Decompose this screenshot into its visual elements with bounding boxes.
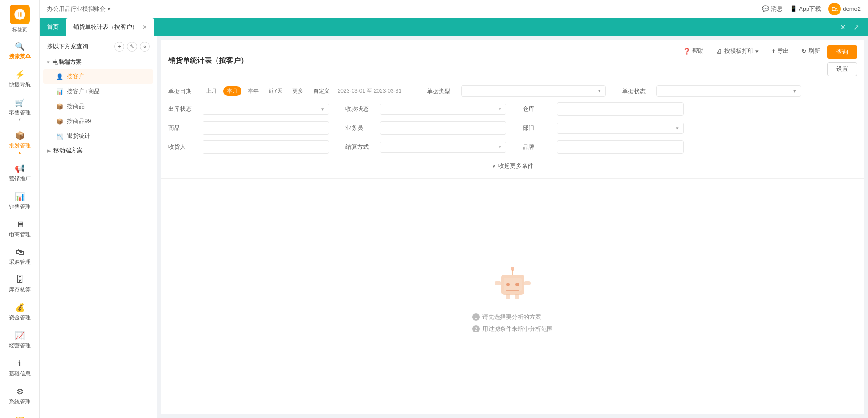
sidebar-item-inventory[interactable]: 🗄 库存核算: [0, 271, 39, 298]
mobile-scheme-section: ▶ 移动端方案: [40, 144, 157, 157]
product-label: 商品: [168, 124, 195, 132]
warehouse-select[interactable]: ···: [557, 102, 684, 116]
logo-text: 标签页: [12, 26, 27, 33]
by-product-99-icon: 📦: [56, 118, 63, 125]
scheme-item-by-product-99[interactable]: 📦 按商品99: [43, 114, 153, 128]
status-select[interactable]: ▾: [656, 86, 801, 97]
settlement-select[interactable]: ▾: [380, 142, 506, 153]
sidebar-item-marketing[interactable]: 📢 营销推广: [0, 159, 39, 187]
app-title-dropdown[interactable]: 办公用品行业模拟账套 ▾: [47, 5, 111, 13]
empty-tip-2-text: 用过滤条件来缩小分析范围: [482, 323, 553, 335]
sidebar-item-wholesale[interactable]: 📦 批发管理 ▴: [0, 126, 39, 159]
scheme-item-by-product[interactable]: 📦 按商品: [43, 99, 153, 114]
type-label: 单据类型: [427, 87, 454, 95]
out-status-chevron-icon: ▾: [321, 106, 324, 112]
by-customer-label: 按客户: [67, 72, 85, 81]
sidebar-item-purchase-label: 采购管理: [9, 258, 31, 266]
tab-close-icon[interactable]: ✕: [142, 24, 147, 30]
return-stats-label: 退货统计: [67, 132, 90, 140]
salesman-select[interactable]: ···: [380, 121, 506, 135]
scheme-title: 按以下方案查询: [47, 43, 88, 51]
scheme-item-by-customer[interactable]: 👤 按客户: [43, 69, 153, 84]
dept-select[interactable]: ▾: [557, 123, 684, 134]
settlement-chevron-icon: ▾: [499, 144, 501, 150]
type-select[interactable]: ▾: [461, 86, 606, 97]
recipient-label: 收货人: [168, 143, 195, 151]
empty-illustration: [490, 259, 535, 304]
scheme-panel: 按以下方案查询 + ✎ « ▾ 电脑端方案: [40, 36, 157, 418]
tabbar: 首页 销货单统计表（按客户） ✕ ✕ ⤢: [40, 18, 868, 36]
sidebar-item-purchase[interactable]: 🛍 采购管理: [0, 243, 39, 271]
avatar-text: Ea: [832, 6, 838, 12]
out-status-label: 出库状态: [168, 105, 195, 113]
brand-label: 品牌: [523, 143, 550, 151]
date-btn-this-year[interactable]: 本年: [244, 86, 262, 96]
out-status-select[interactable]: ▾: [203, 104, 329, 115]
collapse-filter-btn[interactable]: ∧ 收起更多条件: [168, 159, 857, 173]
dept-chevron-icon: ▾: [676, 125, 679, 131]
scheme-collapse-btn[interactable]: «: [140, 42, 150, 52]
refresh-btn[interactable]: ↻ 刷新: [798, 45, 824, 57]
empty-tip-1: 1 请先选择要分析的方案: [472, 311, 553, 323]
main-area: 办公用品行业模拟账套 ▾ 💬 消息 📱 App下载 Ea demo2 首页: [40, 0, 868, 418]
date-btn-this-month[interactable]: 本月: [223, 86, 241, 96]
collapse-label: 收起更多条件: [498, 162, 533, 170]
template-print-btn[interactable]: 🖨 按模板打印 ▾: [713, 45, 762, 57]
svg-rect-10: [515, 294, 519, 299]
sidebar-item-operations[interactable]: 📈 经营管理: [0, 326, 39, 354]
sidebar-item-search[interactable]: 🔍 搜索菜单: [0, 37, 39, 65]
window-close-icon[interactable]: ✕: [840, 23, 846, 32]
query-button[interactable]: 查询: [827, 45, 857, 59]
export-btn[interactable]: ⬆ 导出: [768, 45, 793, 57]
window-maximize-icon[interactable]: ⤢: [853, 23, 859, 32]
message-label: 消息: [771, 5, 783, 13]
mobile-expand-icon: ▶: [47, 148, 51, 154]
sidebar-item-ecommerce-label: 电商管理: [9, 231, 31, 238]
setting-button[interactable]: 设置: [827, 62, 857, 76]
message-btn[interactable]: 💬 消息: [762, 5, 783, 13]
sidebar-item-quick-nav[interactable]: ⚡ 快捷导航: [0, 65, 39, 93]
pay-status-label: 收款状态: [345, 105, 373, 113]
tab-sales-stats[interactable]: 销货单统计表（按客户） ✕: [66, 18, 154, 36]
pay-status-select[interactable]: ▾: [380, 104, 506, 115]
date-btn-custom[interactable]: 自定义: [310, 86, 333, 96]
tab-home[interactable]: 首页: [40, 18, 66, 36]
svg-point-2: [506, 283, 510, 286]
scheme-add-btn[interactable]: +: [114, 42, 124, 52]
date-btn-last-month[interactable]: 上月: [203, 86, 221, 96]
sidebar-item-finance[interactable]: 💰 资金管理: [0, 298, 39, 326]
recipient-select[interactable]: ···: [203, 140, 329, 154]
sidebar-item-enterprise[interactable]: 🤝 企业协同: [0, 410, 39, 418]
by-product-label: 按商品: [67, 102, 85, 110]
scheme-item-by-customer-product[interactable]: 📊 按客户+商品: [43, 84, 153, 99]
sidebar-item-wholesale-label: 批发管理: [9, 142, 31, 150]
desktop-scheme-section: ▾ 电脑端方案 👤 按客户 📊 按客户+商品 📦 按商品 📦 按商品: [40, 55, 157, 143]
sidebar-item-system[interactable]: ⚙ 系统管理: [0, 382, 39, 410]
scheme-item-return-stats[interactable]: 📉 退货统计: [43, 129, 153, 143]
scheme-edit-btn[interactable]: ✎: [127, 42, 137, 52]
product-select[interactable]: ···: [203, 121, 329, 135]
scheme-header: 按以下方案查询 + ✎ «: [40, 36, 157, 55]
sidebar-item-retail[interactable]: 🛒 零售管理 ▾: [0, 93, 39, 126]
sidebar-item-operations-label: 经营管理: [9, 342, 31, 350]
mobile-scheme-header[interactable]: ▶ 移动端方案: [43, 144, 153, 157]
brand-select[interactable]: ···: [557, 140, 684, 154]
app-download-btn[interactable]: 📱 App下载: [790, 5, 821, 13]
sidebar-item-basic-info[interactable]: ℹ 基础信息: [0, 354, 39, 382]
help-btn[interactable]: ❓ 帮助: [679, 45, 708, 57]
desktop-scheme-header[interactable]: ▾ 电脑端方案: [43, 55, 153, 69]
sidebar-item-sales-mgmt[interactable]: 📊 销售管理: [0, 187, 39, 215]
filter-area: 单据日期 上月 本月 本年 近7天 更多 自定义 2023-03-01 至 20…: [161, 80, 864, 179]
sidebar-item-finance-label: 资金管理: [9, 314, 31, 322]
desktop-expand-icon: ▾: [47, 59, 50, 65]
sidebar-item-ecommerce[interactable]: 🖥 电商管理: [0, 215, 39, 243]
topbar: 办公用品行业模拟账套 ▾ 💬 消息 📱 App下载 Ea demo2: [40, 0, 868, 18]
search-icon: 🔍: [15, 42, 25, 52]
date-btn-more[interactable]: 更多: [289, 86, 307, 96]
user-profile-btn[interactable]: Ea demo2: [828, 3, 861, 15]
product-dots: ···: [316, 124, 324, 132]
date-btn-7days[interactable]: 近7天: [265, 86, 286, 96]
warehouse-label: 仓库: [523, 105, 550, 113]
tab-home-label: 首页: [47, 23, 59, 31]
topbar-left: 办公用品行业模拟账套 ▾: [47, 5, 111, 13]
